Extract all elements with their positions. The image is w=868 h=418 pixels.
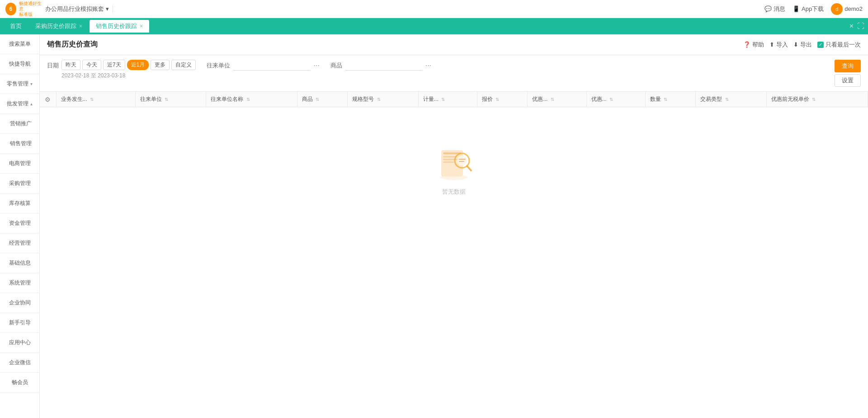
sort-icon: ⇅ [495,97,499,102]
table-col-unit[interactable]: 计量... ⇅ [418,92,477,107]
query-button[interactable]: 查询 [835,60,861,72]
message-icon: 💬 [764,5,772,12]
goods-input[interactable] [345,60,423,71]
tab-sales-history[interactable]: 销售历史价跟踪 × [90,20,149,33]
user-menu[interactable]: d demo2 [831,3,863,15]
svg-line-8 [467,166,471,171]
date-btn-7days[interactable]: 近7天 [103,60,125,70]
sort-icon: ⇅ [377,97,381,102]
date-filter-group: 日期 昨天 今天 近7天 近1月 更多 自定义 2023-02-18 至 202… [47,60,196,80]
table-col-quote[interactable]: 报价 ⇅ [477,92,528,107]
date-btn-more[interactable]: 更多 [151,60,170,70]
logo-icon: 6 [5,3,16,15]
sidebar-item-finance-mgmt[interactable]: 资金管理 [0,214,39,233]
sort-icon: ⇅ [664,97,667,102]
counterpart-filter-group: 往来单位 ... [207,60,319,71]
sidebar-item-enterprise-collab[interactable]: 企业协同 [0,293,39,313]
tab-close-purchase[interactable]: × [79,23,82,29]
table-col-counterpart-code[interactable]: 往来单位 ⇅ [135,92,206,107]
sidebar-item-search-menu[interactable]: 搜索菜单 [0,34,39,54]
sort-icon: ⇅ [725,97,729,102]
sidebar-item-system-mgmt[interactable]: 系统管理 [0,273,39,293]
table-col-counterpart-name[interactable]: 往来单位名称 ⇅ [206,92,297,107]
sidebar-item-inventory[interactable]: 库存核算 [0,194,39,214]
counterpart-input[interactable] [233,60,311,71]
table-col-spec[interactable]: 规格型号 ⇅ [348,92,419,107]
import-icon: ⬆ [769,41,774,48]
settings-button[interactable]: 设置 [835,74,861,87]
sort-icon: ⇅ [165,97,168,102]
table-col-gear[interactable]: ⚙ [40,92,56,107]
chevron-up-icon: ▴ [30,101,33,106]
table-col-biz-date[interactable]: 业务发生... ⇅ [56,92,135,107]
date-buttons: 昨天 今天 近7天 近1月 更多 自定义 [61,60,196,70]
expand-window-button[interactable]: ⛶ [857,22,864,30]
export-icon: ⬇ [793,41,798,48]
message-button[interactable]: 💬 消息 [764,5,785,13]
sort-icon: ⇅ [316,97,319,102]
main-layout: 搜索菜单 快捷导航 零售管理 ▾ 批发管理 ▴ 营销推广 销售管理 电商管理 采… [0,34,868,418]
goods-filter-group: 商品 ... [330,60,431,71]
counterpart-label: 往来单位 [207,60,230,70]
sort-icon: ⇅ [812,97,816,102]
tab-purchase-history[interactable]: 采购历史价跟踪 × [29,20,89,33]
table-col-discount1[interactable]: 优惠... ⇅ [528,92,586,107]
sidebar-item-app-center[interactable]: 应用中心 [0,333,39,353]
help-icon: ❓ [743,41,750,48]
table-col-trade-type[interactable]: 交易类型 ⇅ [696,92,767,107]
date-btn-1month[interactable]: 近1月 [127,60,149,70]
sidebar-item-purchase-mgmt[interactable]: 采购管理 [0,174,39,194]
counterpart-picker-btn[interactable]: ... [313,60,319,68]
table-col-goods[interactable]: 商品 ⇅ [297,92,347,107]
sidebar-item-member[interactable]: 畅会员 [0,373,39,393]
goods-picker-btn[interactable]: ... [425,60,431,68]
sidebar: 搜索菜单 快捷导航 零售管理 ▾ 批发管理 ▴ 营销推广 销售管理 电商管理 采… [0,34,40,418]
tab-close-sales[interactable]: × [140,23,143,29]
filter-actions: 查询 设置 [835,60,861,87]
sort-icon: ⇅ [609,97,613,102]
empty-state: 暂无数据 [40,107,868,232]
data-table: ⚙ 业务发生... ⇅ 往来单位 ⇅ 往来单位名称 ⇅ [40,92,868,107]
sidebar-item-quick-nav[interactable]: 快捷导航 [0,54,39,74]
checkbox-icon [817,42,824,48]
sort-icon: ⇅ [441,97,445,102]
export-button[interactable]: ⬇ 导出 [793,41,812,49]
sidebar-item-operations-mgmt[interactable]: 经营管理 [0,233,39,253]
date-options: 昨天 今天 近7天 近1月 更多 自定义 2023-02-18 至 2023-0… [61,60,196,80]
empty-text: 暂无数据 [442,188,466,196]
close-window-button[interactable]: × [849,22,854,30]
page-title: 销售历史价查询 [47,40,98,49]
tab-home[interactable]: 首页 [4,20,28,33]
sidebar-item-ecommerce-mgmt[interactable]: 电商管理 [0,154,39,174]
logo-text: 畅捷通好生意 标准版 [19,1,42,17]
sidebar-item-sales-mgmt[interactable]: 销售管理 [0,134,39,154]
sidebar-item-marketing[interactable]: 营销推广 [0,114,39,134]
table-col-pretax-price[interactable]: 优惠前无税单价 ⇅ [766,92,868,107]
tab-bar: 首页 采购历史价跟踪 × 销售历史价跟踪 × × ⛶ [0,18,868,34]
svg-rect-4 [443,159,459,160]
content-area: 销售历史价查询 ❓ 帮助 ⬆ 导入 ⬇ 导出 只看最后一次 [40,34,868,418]
sidebar-item-enterprise-wechat[interactable]: 企业微信 [0,353,39,373]
date-btn-yesterday[interactable]: 昨天 [61,60,80,70]
svg-rect-5 [443,162,454,163]
sidebar-item-retail-mgmt[interactable]: 零售管理 ▾ [0,74,39,94]
app-download-button[interactable]: 📱 App下载 [793,5,824,13]
goods-label: 商品 [330,60,342,70]
sidebar-item-wholesale-mgmt[interactable]: 批发管理 ▴ [0,94,39,114]
only-last-checkbox[interactable]: 只看最后一次 [817,41,861,49]
tab-bar-end: × ⛶ [849,22,864,30]
sidebar-item-basic-info[interactable]: 基础信息 [0,253,39,273]
help-button[interactable]: ❓ 帮助 [743,41,764,49]
sidebar-item-beginner-guide[interactable]: 新手引导 [0,313,39,333]
top-bar: 6 畅捷通好生意 标准版 办公用品行业模拟账套 ▾ 💬 消息 📱 App下载 d… [0,0,868,18]
table-header: ⚙ 业务发生... ⇅ 往来单位 ⇅ 往来单位名称 ⇅ [40,92,868,107]
table-col-quantity[interactable]: 数量 ⇅ [645,92,695,107]
empty-illustration: 暂无数据 [431,143,476,196]
date-btn-custom[interactable]: 自定义 [171,60,196,70]
gear-icon[interactable]: ⚙ [45,96,51,103]
account-dropdown[interactable]: 办公用品行业模拟账套 ▾ [42,5,113,13]
empty-svg [431,143,476,184]
table-col-discount2[interactable]: 优惠... ⇅ [586,92,645,107]
import-button[interactable]: ⬆ 导入 [769,41,788,49]
date-btn-today[interactable]: 今天 [82,60,101,70]
